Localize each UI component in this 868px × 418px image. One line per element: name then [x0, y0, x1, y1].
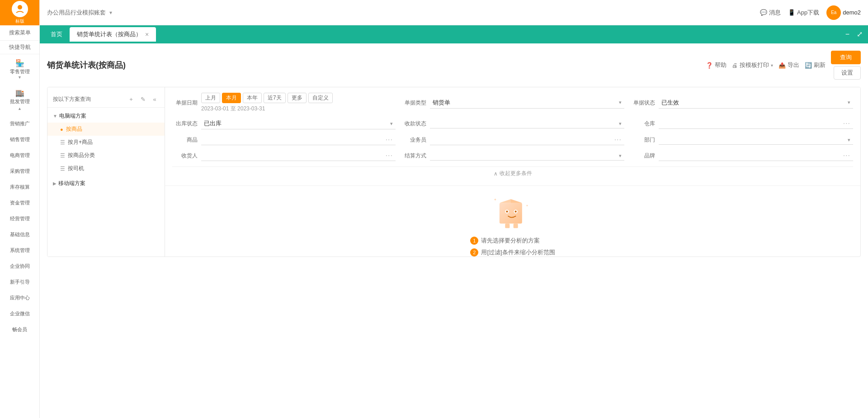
retail-arrow-icon: ▼	[18, 75, 22, 80]
svg-rect-1	[500, 203, 522, 224]
sidebar-item-business[interactable]: 经营管理	[0, 211, 39, 227]
hint-text-1: 请先选择要分析的方案	[481, 237, 540, 245]
topbar: 办公用品行业模拟账套 ▾ 💬 消息 📱 App下载 Ea demo2	[40, 0, 868, 25]
driver-icon: ☰	[60, 166, 65, 172]
print-icon: 🖨	[732, 62, 738, 69]
sidebar-item-ecommerce[interactable]: 电商管理	[0, 147, 39, 163]
warehouse-input[interactable]: ···	[659, 119, 853, 129]
date-btn-this-year[interactable]: 本年	[243, 93, 262, 103]
receiver-dots-icon: ···	[386, 152, 393, 159]
sidebar-item-marketing[interactable]: 营销推广	[0, 116, 39, 132]
month-goods-icon: ☰	[60, 139, 65, 146]
filter-cell-order-type: 单据类型 销货单 ▾	[401, 97, 624, 109]
sidebar-item-inventory[interactable]: 库存核算	[0, 179, 39, 195]
svg-marker-3	[511, 199, 522, 203]
tab-maximize-button[interactable]: ⤢	[855, 29, 864, 40]
tab-sales-stats[interactable]: 销货单统计表（按商品） ×	[70, 27, 156, 42]
receiver-label: 收货人	[172, 152, 198, 160]
user-profile[interactable]: Ea demo2	[826, 5, 861, 20]
order-type-chevron-icon: ▾	[619, 100, 622, 105]
dept-chevron-icon: ▾	[848, 137, 850, 143]
sidebar-item-guide[interactable]: 新手引导	[0, 274, 39, 290]
sidebar-quick-nav[interactable]: 快捷导航	[0, 41, 39, 54]
brand-input[interactable]: ···	[659, 151, 853, 161]
filter-cell-brand: 品牌 ···	[630, 151, 853, 161]
dept-select[interactable]: ▾	[659, 136, 853, 145]
by-goods-label: 按商品	[66, 125, 82, 133]
out-status-select[interactable]: 已出库 ▾	[201, 118, 396, 129]
tree-pc-arrow-icon: ▼	[53, 114, 57, 119]
receiver-input[interactable]: ···	[201, 151, 396, 161]
order-status-label: 单据状态	[630, 99, 655, 107]
svg-rect-10	[505, 223, 509, 228]
tree-section-mobile-header[interactable]: ▶ 移动端方案	[47, 177, 165, 190]
sidebar-item-system[interactable]: 系统管理	[0, 242, 39, 258]
right-panel: 单据日期 上月 本月 本年 近7天 更多 自定义 2023-03-01 至 20…	[165, 87, 860, 256]
tree-collapse-button[interactable]: «	[150, 95, 159, 104]
order-status-select[interactable]: 已生效 ▾	[659, 97, 853, 109]
tree-item-by-goods[interactable]: ● 按商品	[47, 123, 165, 136]
message-button[interactable]: 💬 消息	[760, 9, 781, 17]
tab-minimize-button[interactable]: −	[844, 29, 851, 40]
tree-edit-button[interactable]: ✎	[138, 95, 147, 104]
payment-status-select[interactable]: ▾	[430, 119, 624, 128]
tree-pc-label: 电脑端方案	[59, 112, 86, 120]
order-type-select[interactable]: 销货单 ▾	[430, 97, 624, 109]
tree-item-by-month-goods[interactable]: ☰ 按月+商品	[47, 136, 165, 149]
tabbar: 首页 销货单统计表（按商品） × − ⤢	[40, 25, 868, 43]
sidebar-item-sales[interactable]: 销售管理	[0, 132, 39, 147]
date-btn-more[interactable]: 更多	[288, 93, 307, 103]
tab-home[interactable]: 首页	[43, 27, 70, 42]
print-button[interactable]: 🖨 按模板打印 ▾	[732, 61, 773, 69]
settle-select[interactable]: ▾	[430, 152, 624, 161]
sidebar-item-finance[interactable]: 资金管理	[0, 195, 39, 211]
date-btn-this-month[interactable]: 本月	[222, 93, 241, 103]
query-button[interactable]: 查询	[831, 51, 861, 64]
sidebar-item-wholesale[interactable]: 🏬 批发管理 ▲	[0, 84, 39, 116]
category-label: 按商品分类	[68, 152, 95, 159]
settings-button[interactable]: 设置	[834, 66, 861, 80]
export-button[interactable]: 📤 导出	[778, 61, 799, 69]
refresh-button[interactable]: 🔄 刷新	[805, 61, 826, 69]
sidebar-item-app-center[interactable]: 应用中心	[0, 290, 39, 306]
tree-header-label: 按以下方案查询	[53, 95, 91, 103]
tree-add-button[interactable]: +	[127, 95, 136, 104]
sidebar-item-purchase[interactable]: 采购管理	[0, 163, 39, 179]
tree-item-by-category[interactable]: ☰ 按商品分类	[47, 149, 165, 162]
order-type-label: 单据类型	[401, 99, 426, 107]
filter-cell-settle: 结算方式 ▾	[401, 152, 624, 161]
filter-cell-warehouse: 仓库 ···	[630, 119, 853, 129]
sidebar-item-basic[interactable]: 基础信息	[0, 227, 39, 242]
sidebar-item-member[interactable]: 畅会员	[0, 322, 39, 337]
date-btn-custom[interactable]: 自定义	[308, 93, 333, 103]
filter-cell-order-status: 单据状态 已生效 ▾	[630, 97, 853, 109]
help-icon: ❓	[706, 62, 713, 69]
topbar-dropdown-icon[interactable]: ▾	[109, 10, 112, 16]
sidebar-item-wechat[interactable]: 企业微信	[0, 306, 39, 322]
sidebar-item-cooperation[interactable]: 企业协同	[0, 258, 39, 274]
goods-input[interactable]: ···	[201, 135, 396, 145]
export-label: 导出	[788, 61, 799, 69]
date-btn-7days[interactable]: 近7天	[264, 93, 286, 103]
tree-section-pc: ▼ 电脑端方案 ● 按商品 ☰ 按月+商品 ☰	[47, 109, 165, 175]
date-btn-last-month[interactable]: 上月	[201, 93, 220, 103]
sidebar-search[interactable]: 搜索菜单	[0, 25, 39, 41]
retail-icon: 🏪	[15, 59, 24, 67]
tab-close-icon[interactable]: ×	[145, 31, 149, 38]
hint-text-2: 用[过滤]条件来缩小分析范围	[481, 248, 555, 256]
logo: 标版	[0, 0, 39, 25]
collapse-bar[interactable]: ∧ 收起更多条件	[172, 166, 853, 180]
user-name: demo2	[843, 9, 861, 16]
app-download-button[interactable]: 📱 App下载	[788, 9, 819, 17]
filter-cell-out-status: 出库状态 已出库 ▾	[172, 118, 396, 129]
sidebar-item-retail[interactable]: 🏪 零售管理 ▼	[0, 54, 39, 84]
tree-item-by-driver[interactable]: ☰ 按司机	[47, 162, 165, 175]
staff-input[interactable]: ···	[430, 135, 624, 145]
download-icon: 📱	[788, 9, 795, 16]
help-button[interactable]: ❓ 帮助	[706, 61, 726, 69]
filter-cell-payment-status: 收款状态 ▾	[401, 119, 624, 128]
tree-section-pc-header[interactable]: ▼ 电脑端方案	[47, 109, 165, 123]
search-label[interactable]: 搜索菜单	[9, 29, 31, 36]
filter-row-1: 单据日期 上月 本月 本年 近7天 更多 自定义 2023-03-01 至 20…	[172, 93, 853, 113]
quick-nav-label[interactable]: 快捷导航	[9, 44, 31, 50]
